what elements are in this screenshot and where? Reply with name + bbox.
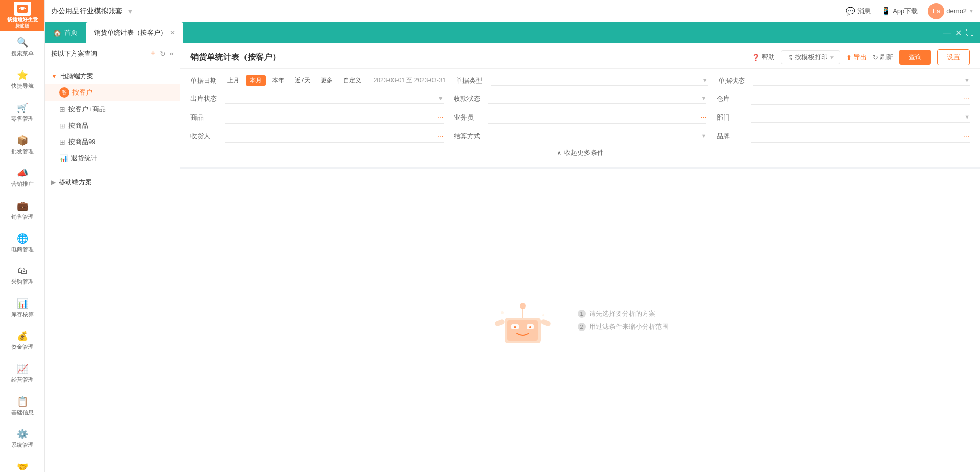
doc-type-select[interactable]: ▼	[491, 75, 707, 86]
salesperson-input[interactable]: ···	[488, 111, 707, 124]
date-range-text: 2023-03-01 至 2023-03-31	[374, 76, 446, 85]
tree-group-mobile[interactable]: ▶ 移动端方案	[45, 175, 180, 190]
receiver-input[interactable]: ···	[225, 130, 444, 143]
sidebar-item-search[interactable]: 🔍 搜索菜单	[0, 31, 44, 63]
goods-group: 商品 ···	[190, 111, 444, 124]
add-scheme-btn[interactable]: +	[150, 48, 156, 59]
sidebar-item-inventory[interactable]: 📊 库存核算	[0, 292, 44, 324]
tree-group-desktop-label: 电脑端方案	[60, 72, 93, 81]
doc-status-select[interactable]: ▼	[753, 75, 970, 86]
chevron-right-icon: ▶	[51, 179, 56, 186]
sidebar-item-sales[interactable]: 💼 销售管理	[0, 194, 44, 227]
date-filter-group: 单据日期 上月 本月 本年 近7天 更多 自定义 2023-03-01 至 20…	[190, 75, 446, 86]
tree-item-by-customer-goods[interactable]: ⊞ 按客户+商品	[45, 101, 180, 117]
print-icon: 🖨	[787, 54, 793, 61]
refresh-scheme-btn[interactable]: ↻	[160, 50, 166, 58]
brand-ellipsis-icon[interactable]: ···	[964, 132, 970, 140]
sidebar-item-marketing[interactable]: 📣 营销推广	[0, 161, 44, 194]
help-icon: ❓	[752, 54, 760, 61]
sidebar-label-purchase: 采购管理	[11, 278, 34, 286]
tree-item-return-stats[interactable]: 📊 退货统计	[45, 150, 180, 167]
out-status-label: 出库状态	[190, 94, 221, 103]
settlement-select[interactable]: ▼	[488, 131, 707, 141]
app-download-btn[interactable]: 📱 App下载	[881, 7, 918, 16]
date-tab-this-month[interactable]: 本月	[246, 75, 266, 86]
system-icon: ⚙️	[17, 429, 28, 440]
window-maximize-icon[interactable]: ⛶	[966, 28, 974, 37]
goods-label: 商品	[190, 113, 221, 122]
sidebar-item-system[interactable]: ⚙️ 系统管理	[0, 422, 44, 455]
date-tab-custom[interactable]: 自定义	[339, 75, 365, 86]
receiver-ellipsis-icon[interactable]: ···	[437, 132, 444, 140]
sidebar-label-system: 系统管理	[11, 441, 34, 449]
tree-group-mobile-label: 移动端方案	[59, 178, 92, 187]
sidebar-item-finance[interactable]: 💰 资金管理	[0, 324, 44, 357]
tab-home[interactable]: 🏠 首页	[45, 22, 86, 43]
message-btn[interactable]: 💬 消息	[846, 7, 871, 16]
sidebar-item-purchase[interactable]: 🛍 采购管理	[0, 259, 44, 292]
template-print-btn[interactable]: 🖨 按模板打印 ▼	[781, 50, 840, 64]
filter-row-2: 出库状态 ▼ 收款状态 ▼ 仓库 ···	[190, 92, 970, 105]
receipt-status-group: 收款状态 ▼	[454, 93, 707, 104]
receipt-status-select[interactable]: ▼	[488, 93, 707, 104]
date-tab-7days[interactable]: 近7天	[290, 75, 314, 86]
warehouse-input[interactable]: ···	[751, 92, 970, 105]
sidebar-item-quick-nav[interactable]: ⭐ 快捷导航	[0, 63, 44, 96]
message-label: 消息	[857, 7, 871, 16]
tab-sales-stats[interactable]: 销货单统计表（按客户） ✕	[86, 22, 183, 43]
chevron-down-icon: ▼	[51, 73, 57, 80]
ecommerce-icon: 🌐	[17, 233, 28, 244]
settings-button[interactable]: 设置	[937, 49, 970, 65]
collapse-more-btn[interactable]: ∧ 收起更多条件	[190, 145, 970, 160]
sidebar-item-ecommerce[interactable]: 🌐 电商管理	[0, 227, 44, 259]
department-select[interactable]: ▼	[751, 112, 970, 123]
goods-input[interactable]: ···	[225, 111, 444, 124]
refresh-icon: ↻	[873, 54, 878, 61]
sidebar-label-quick-nav: 快捷导航	[11, 82, 34, 90]
refresh-btn[interactable]: ↻ 刷新	[873, 53, 893, 62]
salesperson-group: 业务员 ···	[454, 111, 707, 124]
goods-ellipsis-icon[interactable]: ···	[437, 113, 444, 121]
brand-input[interactable]: ···	[751, 130, 970, 143]
sidebar-item-retail[interactable]: 🛒 零售管理	[0, 96, 44, 129]
salesperson-ellipsis-icon[interactable]: ···	[701, 113, 707, 121]
tree-item-by-customer-label: 按客户	[72, 88, 92, 97]
department-group: 部门 ▼	[717, 112, 970, 123]
sidebar-item-wholesale[interactable]: 📦 批发管理	[0, 129, 44, 161]
export-btn[interactable]: ⬆ 导出	[846, 53, 867, 62]
tree-group-desktop[interactable]: ▼ 电脑端方案	[45, 68, 180, 84]
header-right: 💬 消息 📱 App下载 Ea demo2 ▼	[846, 3, 974, 19]
doc-type-group: 单据类型 ▼	[456, 75, 707, 86]
logo-icon	[14, 2, 31, 16]
sidebar-label-search: 搜索菜单	[11, 50, 34, 57]
app-download-icon: 📱	[881, 7, 891, 16]
collapse-panel-btn[interactable]: «	[170, 50, 174, 57]
message-icon: 💬	[846, 7, 855, 16]
purchase-icon: 🛍	[18, 266, 27, 276]
user-menu[interactable]: Ea demo2 ▼	[928, 3, 974, 19]
tab-close-icon[interactable]: ✕	[170, 29, 175, 36]
query-button[interactable]: 查询	[899, 50, 931, 65]
basic-info-icon: 📋	[17, 396, 28, 407]
sidebar-item-basic-info[interactable]: 📋 基础信息	[0, 390, 44, 422]
customer-goods-chart-icon: ⊞	[59, 105, 65, 113]
date-tab-this-year[interactable]: 本年	[268, 75, 288, 86]
out-status-select[interactable]: ▼	[225, 93, 444, 104]
svg-rect-9	[540, 319, 551, 327]
window-close-icon[interactable]: ✕	[955, 28, 962, 38]
warehouse-ellipsis-icon[interactable]: ···	[964, 94, 970, 102]
return-stats-chart-icon: 📊	[59, 154, 68, 162]
tree-item-by-customer[interactable]: 客 按客户	[45, 84, 180, 101]
filter-row-3: 商品 ··· 业务员 ··· 部门 ▼	[190, 111, 970, 124]
sidebar-item-operations[interactable]: 📈 经营管理	[0, 357, 44, 390]
window-minimize-icon[interactable]: —	[943, 28, 951, 37]
date-tab-more[interactable]: 更多	[316, 75, 337, 86]
dropdown-arrow-icon[interactable]: ▼	[127, 7, 134, 15]
tree-item-by-goods99[interactable]: ⊞ 按商品99	[45, 134, 180, 150]
tree-item-by-goods[interactable]: ⊞ 按商品	[45, 117, 180, 134]
sidebar-item-cooperation[interactable]: 🤝 企业协同	[0, 455, 44, 472]
date-tab-last-month[interactable]: 上月	[223, 75, 243, 86]
filter-area: 单据日期 上月 本月 本年 近7天 更多 自定义 2023-03-01 至 20…	[180, 69, 980, 167]
help-btn[interactable]: ❓ 帮助	[752, 53, 775, 62]
content-area: 按以下方案查询 + ↻ « ▼ 电脑端方案 客 按客户 ⊞ 按客	[45, 43, 980, 472]
